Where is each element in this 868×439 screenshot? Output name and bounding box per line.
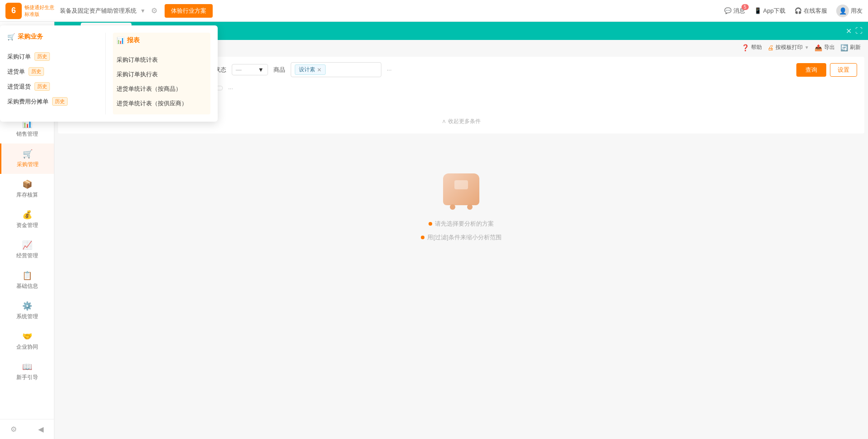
menu-section-purchase-title: 🛒 采购业务	[54, 33, 98, 44]
menu-item-purchase-expense[interactable]: 采购费用分摊单 历史	[54, 94, 98, 109]
purchase-icon: 🛒	[23, 149, 33, 159]
menu-section-reports: 📊 报表 采购订单统计表 采购订单执行表 进货单统计表（按商品） 进货单统计表（…	[113, 33, 211, 114]
newbie-icon: 📖	[22, 362, 32, 372]
sidebar-bottom: ⚙ ◀	[0, 419, 54, 439]
goods-filter-input[interactable]: 设计素 ✕	[291, 62, 381, 77]
tabbar-right-controls: ✕ ⛶	[846, 27, 868, 35]
menu-item-report-po-stats[interactable]: 采购订单统计表	[117, 53, 207, 67]
menu-section-reports-title: 📊 报表	[117, 36, 207, 47]
menu-item-report-goods-by-product[interactable]: 进货单统计表（按商品）	[117, 82, 207, 96]
menu-item-purchase-order[interactable]: 采购订单 历史	[54, 49, 98, 64]
empty-state-illustration	[434, 173, 488, 214]
menu-item-goods-receipt[interactable]: 进货单 历史	[54, 64, 98, 79]
print-icon: 🖨	[767, 44, 774, 51]
main-layout: 🔍 搜索菜单 ⚡ 快捷导航 📢 营销推广 📊 销售管理 🛒 采购管理 📦 库存核…	[0, 22, 868, 439]
logo-text: 畅捷通好生意 标准版	[24, 4, 54, 17]
mobile-icon: 📱	[754, 7, 761, 14]
empty-state: 请先选择要分析的方案 用[过滤]条件来缩小分析范围	[54, 137, 868, 278]
collapse-icon: ∧	[442, 118, 446, 124]
refresh-button[interactable]: 🔄 刷新	[840, 44, 861, 51]
user-avatar: 👤	[836, 5, 849, 17]
purchase-dropdown-menu: 🛒 采购业务 采购订单 历史 进货单 历史 进货退货 历史 采购费用分摊单	[54, 25, 218, 122]
menu-divider	[105, 33, 106, 114]
system-name: 装备及固定资产辅助管理系统	[60, 7, 137, 15]
menu-item-report-goods-by-supplier[interactable]: 进货单统计表（按供应商）	[117, 96, 207, 111]
print-button[interactable]: 🖨 按模板打印 ▼	[767, 44, 809, 51]
print-dropdown-arrow[interactable]: ▼	[805, 45, 809, 50]
menu-section-purchase: 🛒 采购业务 采购订单 历史 进货单 历史 进货退货 历史 采购费用分摊单	[54, 33, 98, 114]
sidebar-item-inventory[interactable]: 📦 库存核算	[0, 174, 54, 204]
help-button[interactable]: ❓ 帮助	[741, 44, 762, 51]
logo-area: 6 畅捷通好生意 标准版	[5, 3, 60, 19]
menu-item-goods-return[interactable]: 进货退货 历史	[54, 79, 98, 94]
query-button[interactable]: 查询	[796, 63, 826, 77]
sidebar-item-newbie[interactable]: 📖 新手引导	[0, 356, 54, 387]
doc-status-select[interactable]: — ▼	[232, 64, 268, 75]
system-dropdown-arrow[interactable]: ▼	[140, 8, 146, 14]
topbar: 6 畅捷通好生意 标准版 装备及固定资产辅助管理系统 ▼ ⚙ 体验行业方案 💬 …	[0, 0, 868, 22]
bottom-gear-icon[interactable]: ⚙	[10, 425, 17, 434]
settings-button[interactable]: 设置	[830, 63, 857, 77]
industry-button[interactable]: 体验行业方案	[165, 4, 213, 18]
empty-state-line1: 请先选择要分析的方案	[429, 220, 494, 228]
user-menu-button[interactable]: 👤 用友	[836, 5, 863, 17]
sidebar-item-enterprise[interactable]: 🤝 企业协同	[0, 326, 54, 356]
enterprise-icon: 🤝	[22, 331, 32, 341]
inventory-icon: 📦	[22, 179, 32, 189]
reports-menu-icon: 📊	[117, 37, 124, 44]
refresh-icon: 🔄	[840, 44, 848, 51]
basicinfo-icon: 📋	[22, 271, 32, 281]
salesperson-more-dots[interactable]: ···	[228, 85, 233, 92]
topbar-system: 装备及固定资产辅助管理系统 ▼ ⚙ 体验行业方案	[60, 4, 724, 18]
history-tag-3: 历史	[54, 97, 68, 106]
goods-tag-close[interactable]: ✕	[317, 67, 322, 73]
headset-icon: 🎧	[795, 7, 802, 14]
system-gear-icon[interactable]: ⚙	[151, 6, 157, 15]
empty-state-line2: 用[过滤]条件来缩小分析范围	[421, 233, 501, 242]
goods-filter-tag: 设计素 ✕	[295, 64, 326, 75]
collapse-sidebar-icon[interactable]: ◀	[38, 425, 44, 434]
sidebar-item-system[interactable]: ⚙️ 系统管理	[0, 296, 54, 326]
finance-icon: 💰	[22, 210, 32, 220]
sidebar-item-finance[interactable]: 💰 资金管理	[0, 204, 54, 235]
menu-item-report-po-exec[interactable]: 采购订单执行表	[117, 67, 207, 82]
online-service-button[interactable]: 🎧 在线客服	[795, 7, 827, 15]
topbar-right: 💬 消息 5 📱 App下载 🎧 在线客服 👤 用友	[724, 5, 863, 17]
logo-icon: 6	[5, 3, 22, 19]
goods-filter-label: 商品	[273, 66, 285, 74]
sidebar-item-basicinfo[interactable]: 📋 基础信息	[0, 265, 54, 296]
tab-maximize-icon[interactable]: ⛶	[855, 27, 863, 35]
goods-more-dots[interactable]: ···	[387, 66, 392, 73]
tab-close-all-icon[interactable]: ✕	[846, 27, 852, 35]
sidebar-item-purchase[interactable]: 🛒 采购管理	[0, 143, 54, 174]
message-button[interactable]: 💬 消息 5	[724, 7, 745, 15]
help-icon: ❓	[741, 44, 749, 51]
export-icon: 📤	[814, 44, 822, 51]
operations-icon: 📈	[22, 240, 32, 250]
message-icon: 💬	[724, 7, 731, 14]
main-area: 🛒 采购业务 采购订单 历史 进货单 历史 进货退货 历史 采购费用分摊单	[54, 22, 868, 439]
system-icon: ⚙️	[22, 301, 32, 311]
sidebar-item-operations[interactable]: 📈 经营管理	[0, 235, 54, 265]
export-button[interactable]: 📤 导出	[814, 44, 835, 51]
app-download-button[interactable]: 📱 App下载	[754, 7, 785, 15]
